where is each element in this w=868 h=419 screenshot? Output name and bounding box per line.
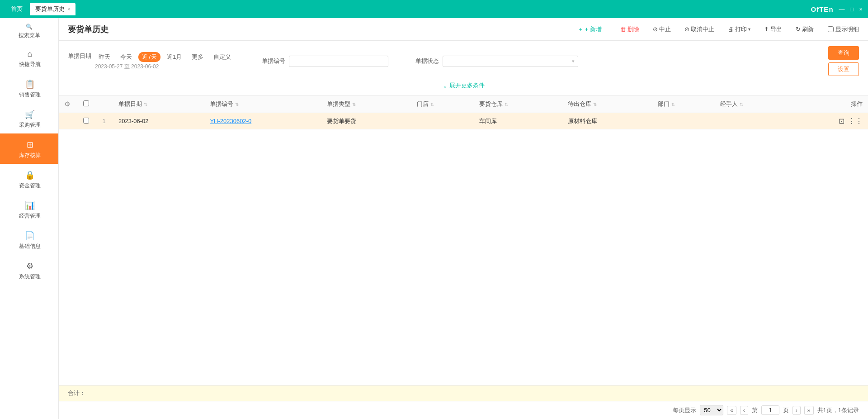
th-doctype: 单据类型 ⇅ — [321, 95, 411, 113]
td-docno: YH-20230602-0 — [204, 113, 321, 129]
th-settings: ⚙ — [59, 95, 77, 113]
toolbar: ＋ + 新增 🗑 删除 ⊘ 中止 ⊘ 取消中止 🖨 打 — [573, 23, 859, 36]
td-store — [411, 113, 474, 129]
brand-label: OfTEn — [811, 5, 834, 13]
sidebar-item-label: 采购管理 — [19, 121, 41, 129]
date-btn-custom[interactable]: 自定义 — [210, 52, 235, 62]
prev-page-btn[interactable]: ‹ — [740, 406, 748, 415]
export-button[interactable]: ⬆ 导出 — [760, 23, 787, 36]
table-header-row: ⚙ 单据日期 ⇅ 单据编号 ⇅ — [59, 95, 868, 113]
td-doctype: 要货单要货 — [321, 113, 411, 129]
last-page-btn[interactable]: » — [804, 406, 814, 415]
td-pendingwarehouse: 原材料仓库 — [562, 113, 652, 129]
sidebar-item-base[interactable]: 📄 基础信息 — [0, 224, 58, 255]
suspend-button[interactable]: ⊘ 中止 — [648, 23, 675, 36]
sidebar: 🔍 搜索菜单 ⌂ 快捷导航 📋 销售管理 🛒 采购管理 ⊞ 库存核算 🔒 资金管… — [0, 18, 59, 419]
sort-icon-doctype[interactable]: ⇅ — [352, 102, 356, 107]
setting-button[interactable]: 设置 — [828, 62, 859, 76]
table-footer: 合计： — [59, 385, 868, 401]
sidebar-item-finance[interactable]: 🔒 资金管理 — [0, 164, 58, 194]
page-header: 要货单历史 ＋ + 新增 🗑 删除 ⊘ 中止 ⊘ 取消中止 — [59, 18, 868, 41]
divider — [611, 25, 611, 33]
top-bar-right: OfTEn — □ × — [811, 5, 863, 13]
date-btn-yesterday[interactable]: 昨天 — [95, 52, 114, 62]
date-btn-more[interactable]: 更多 — [188, 52, 207, 62]
gear-icon[interactable]: ⚙ — [64, 100, 70, 108]
table-area: ⚙ 单据日期 ⇅ 单据编号 ⇅ — [59, 95, 868, 385]
filter-row-1: 单据日期 昨天 今天 近7天 近1月 更多 自定义 2023-05-27 至 2… — [68, 46, 859, 76]
sort-icon-date[interactable]: ⇅ — [144, 102, 147, 107]
docstatus-input[interactable] — [443, 56, 578, 67]
page-num-input[interactable] — [761, 405, 779, 415]
sort-icon-reqwarehouse[interactable]: ⇅ — [505, 102, 508, 107]
query-button[interactable]: 查询 — [828, 46, 859, 60]
purchase-icon: 🛒 — [25, 110, 35, 119]
sidebar-item-operation[interactable]: 📊 经营管理 — [0, 194, 58, 224]
date-btn-today[interactable]: 今天 — [117, 52, 136, 62]
refresh-button[interactable]: ↻ 刷新 — [791, 23, 818, 36]
base-icon: 📄 — [25, 231, 35, 241]
window-maximize[interactable]: □ — [850, 6, 854, 13]
window-close[interactable]: × — [859, 6, 863, 13]
show-detail-checkbox[interactable] — [828, 26, 834, 32]
sort-icon-store[interactable]: ⇅ — [430, 102, 434, 107]
window-minimize[interactable]: — — [839, 6, 845, 13]
delete-button[interactable]: 🗑 删除 — [616, 23, 644, 36]
sidebar-item-purchase[interactable]: 🛒 采购管理 — [0, 103, 58, 133]
table-head: ⚙ 单据日期 ⇅ 单据编号 ⇅ — [59, 95, 868, 113]
td-operation: ⊡ ⋮⋮ — [790, 113, 868, 129]
tab-active[interactable]: 要货单历史 × — [30, 3, 75, 15]
total-label: 合计： — [68, 389, 85, 397]
tab-close-icon[interactable]: × — [67, 6, 70, 12]
show-detail-label[interactable]: 显示明细 — [828, 25, 859, 33]
th-date: 单据日期 ⇅ — [113, 95, 204, 113]
th-pendingwarehouse: 待出仓库 ⇅ — [562, 95, 652, 113]
docnum-input[interactable] — [289, 56, 388, 67]
new-icon: ＋ — [578, 25, 584, 33]
td-checkbox — [77, 113, 95, 129]
main-layout: 🔍 搜索菜单 ⌂ 快捷导航 📋 销售管理 🛒 采购管理 ⊞ 库存核算 🔒 资金管… — [0, 18, 868, 419]
sidebar-item-sales[interactable]: 📋 销售管理 — [0, 73, 58, 103]
sort-icon-dept[interactable]: ⇅ — [671, 102, 675, 107]
th-reqwarehouse: 要货仓库 ⇅ — [474, 95, 562, 113]
data-table: ⚙ 单据日期 ⇅ 单据编号 ⇅ — [59, 95, 868, 129]
table-body: 1 2023-06-02 YH-20230602-0 要货单要货 — [59, 113, 868, 129]
next-page-btn[interactable]: › — [793, 406, 801, 415]
new-button[interactable]: ＋ + 新增 — [573, 23, 606, 36]
date-btn-7days[interactable]: 近7天 — [138, 52, 160, 62]
page-size-select[interactable]: 50 100 200 — [700, 405, 723, 415]
date-btn-1month[interactable]: 近1月 — [163, 52, 185, 62]
docno-link[interactable]: YH-20230602-0 — [210, 118, 251, 124]
tab-home[interactable]: 首页 — [5, 3, 28, 15]
row-checkbox[interactable] — [83, 118, 89, 124]
refresh-icon: ↻ — [796, 26, 801, 33]
cancel-suspend-button[interactable]: ⊘ 取消中止 — [680, 23, 719, 36]
cancel-suspend-icon: ⊘ — [684, 26, 689, 33]
th-handler: 经手人 ⇅ — [715, 95, 790, 113]
docnum-label: 单据编号 — [262, 57, 285, 65]
first-page-btn[interactable]: « — [727, 406, 736, 415]
print-button[interactable]: 🖨 打印 ▾ — [723, 23, 755, 36]
sidebar-search[interactable]: 🔍 搜索菜单 — [0, 18, 58, 43]
sort-icon-handler[interactable]: ⇅ — [740, 102, 743, 107]
sidebar-item-label: 基础信息 — [19, 243, 41, 250]
expand-button[interactable]: ⌄ 展开更多条件 — [437, 80, 490, 91]
sidebar-item-quick-nav[interactable]: ⌂ 快捷导航 — [0, 43, 58, 73]
more-icon[interactable]: ⋮⋮ — [848, 117, 863, 125]
top-bar: 首页 要货单历史 × OfTEn — □ × — [0, 0, 868, 18]
view-icon[interactable]: ⊡ — [839, 117, 844, 125]
td-num: 1 — [95, 113, 113, 129]
sidebar-search-label: 搜索菜单 — [19, 32, 40, 39]
search-icon: 🔍 — [26, 24, 33, 30]
select-all-checkbox[interactable] — [83, 100, 89, 106]
sort-icon-pendingwarehouse[interactable]: ⇅ — [593, 102, 597, 107]
inventory-icon: ⊞ — [27, 140, 33, 150]
docstatus-filter-group: 单据状态 ▾ — [415, 56, 819, 67]
page-size-label: 每页显示 — [673, 406, 696, 414]
sidebar-item-label: 快捷导航 — [19, 61, 41, 68]
th-docno: 单据编号 ⇅ — [204, 95, 321, 113]
sidebar-item-system[interactable]: ⚙ 系统管理 — [0, 255, 58, 285]
sort-icon-docno[interactable]: ⇅ — [235, 102, 239, 107]
table-row: 1 2023-06-02 YH-20230602-0 要货单要货 — [59, 113, 868, 129]
sidebar-item-inventory[interactable]: ⊞ 库存核算 — [0, 133, 58, 164]
